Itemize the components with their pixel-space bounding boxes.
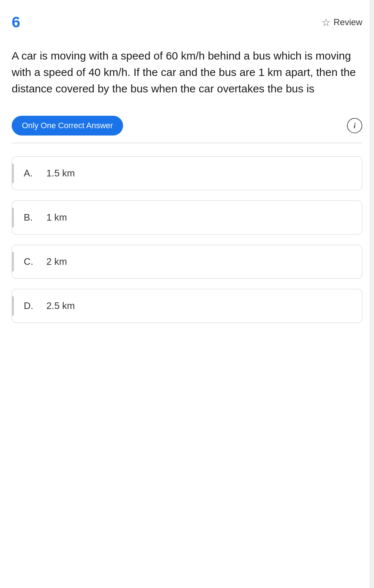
divider xyxy=(12,143,362,143)
option-card[interactable]: B.1 km xyxy=(12,201,362,234)
answer-type-row: Only One Correct Answer i xyxy=(12,116,362,135)
review-label: Review xyxy=(333,17,362,27)
option-text: 1.5 km xyxy=(46,168,75,179)
option-card[interactable]: C.2 km xyxy=(12,245,362,279)
question-number: 6 xyxy=(12,15,20,30)
option-letter: B. xyxy=(24,212,35,223)
option-letter: C. xyxy=(24,256,35,267)
info-icon[interactable]: i xyxy=(347,118,362,133)
question-text: A car is moving with a speed of 60 km/h … xyxy=(12,47,362,97)
review-button[interactable]: ☆ Review xyxy=(321,16,362,28)
option-text: 2.5 km xyxy=(46,300,75,312)
page-container: 6 ☆ Review A car is moving with a speed … xyxy=(0,0,374,588)
option-letter: D. xyxy=(24,300,35,312)
option-letter: A. xyxy=(24,168,35,179)
header: 6 ☆ Review xyxy=(12,15,362,30)
option-card[interactable]: A.1.5 km xyxy=(12,156,362,190)
option-text: 2 km xyxy=(46,256,67,267)
options-container: A.1.5 kmB.1 kmC.2 kmD.2.5 km xyxy=(12,156,362,323)
star-icon: ☆ xyxy=(321,16,331,28)
answer-type-badge: Only One Correct Answer xyxy=(12,116,123,135)
option-card[interactable]: D.2.5 km xyxy=(12,289,362,323)
option-text: 1 km xyxy=(46,212,67,223)
